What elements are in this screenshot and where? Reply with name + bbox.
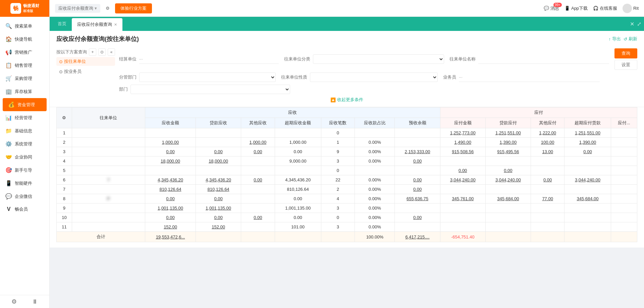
partner-nature-select[interactable] xyxy=(310,73,438,82)
search-label: 按以下方案查询 xyxy=(56,49,87,55)
dept2-select[interactable] xyxy=(130,85,290,94)
col-advance-balance: 预收余额 xyxy=(395,118,440,128)
settings-button[interactable]: 设置 xyxy=(614,60,637,70)
sidebar-item-label: 智能硬件 xyxy=(15,180,32,186)
export-icon: ↑ xyxy=(609,37,611,42)
header-actions: 💬 消息 99+ 📱 App下载 🎧 在线客服 Rit xyxy=(544,4,639,13)
table-row: 21,000.001,000.001,000.0010.00%1,490.001… xyxy=(57,138,637,147)
sidebar-item-label: 企业协同 xyxy=(15,154,32,160)
table-row: 101,252,773.001,251,551.001,222.001,251,… xyxy=(57,128,637,138)
tab-home-label: 首页 xyxy=(58,21,66,27)
export-label: 导出 xyxy=(612,36,621,42)
cta-button[interactable]: 体验行业方案 xyxy=(115,3,152,13)
tab-expand-button[interactable]: ⤢ xyxy=(637,21,641,27)
sidebar-item-enterprise[interactable]: 🤝 企业协同 xyxy=(0,150,49,164)
sidebar-item-marketing[interactable]: 📢 营销推广 xyxy=(0,46,49,59)
partner-nature-label: 往来单位性质 xyxy=(281,74,307,80)
tab-home[interactable]: 首页 xyxy=(52,17,72,31)
sidebar-item-warehouse[interactable]: 🏢 库存核算 xyxy=(0,85,49,98)
app-download-button[interactable]: 📱 App下载 xyxy=(565,5,588,11)
sidebar-bottom: ⚙ ⏸ xyxy=(0,295,49,308)
smart-hw-icon: 📱 xyxy=(5,180,12,186)
sidebar-item-basic-info[interactable]: 📁 基础信息 xyxy=(0,124,49,137)
table-row: 11152.00152.00101.0030.00% xyxy=(57,222,637,232)
sidebar-item-smart-hw[interactable]: 📱 智能硬件 xyxy=(0,177,49,190)
online-service-button[interactable]: 🎧 在线客服 xyxy=(593,5,617,11)
sidebar-item-beginner[interactable]: 🎯 新手引导 xyxy=(0,164,49,177)
settings-icon[interactable]: ⚙ xyxy=(11,298,17,305)
col-credit-payable: 贷款应付 xyxy=(485,118,531,128)
col-other-receivable: 其他应收 xyxy=(241,118,275,128)
dept-select[interactable] xyxy=(139,73,276,82)
quick-nav-icon: 🏠 xyxy=(5,36,12,42)
scheme-collapse-button[interactable]: « xyxy=(108,48,115,56)
enterprise-icon: 🤝 xyxy=(5,154,12,160)
tab-close-icon[interactable]: ✕ xyxy=(114,23,117,27)
tab-bar-actions: ✕ ⤢ xyxy=(630,21,641,27)
sidebar-item-label: 企业微信 xyxy=(15,193,32,200)
breadcrumb-text: 应收应付余额查询 xyxy=(58,5,93,11)
total-payable: -654,751.40 xyxy=(440,232,485,242)
table-row: 674,345,436.204,345,436.200.004,345,436.… xyxy=(57,175,637,185)
scheme-settings-button[interactable]: ⊙ xyxy=(98,48,106,56)
online-service-icon: 🎧 xyxy=(593,6,598,11)
tab-receivable[interactable]: 应收应付余额查询 ✕ xyxy=(72,18,122,31)
search-panel: 按以下方案查询 + ⊙ « ⊙ 按往来单位 ⊙ 按业务员 xyxy=(50,46,644,107)
total-label: 合计 xyxy=(57,232,145,242)
add-scheme-button[interactable]: + xyxy=(89,48,96,56)
sidebar-item-sales[interactable]: 📋 销售管理 xyxy=(0,59,49,72)
messages-button[interactable]: 💬 消息 99+ xyxy=(544,5,559,11)
export-button[interactable]: ↑ 导出 xyxy=(609,36,621,42)
sidebar-item-quick-nav[interactable]: 🏠 快捷导航 xyxy=(0,33,49,46)
header-gear-button[interactable]: ⚙ xyxy=(103,4,112,13)
col-payable-more: 应付... xyxy=(611,118,637,128)
enterprise-wx-icon: 💬 xyxy=(5,193,12,200)
sidebar-item-vip[interactable]: V 畅会员 xyxy=(0,203,49,216)
search-menu-icon: 🔍 xyxy=(5,23,12,29)
query-button[interactable]: 查询 xyxy=(614,48,637,58)
table-settings-icon: ⚙ xyxy=(62,115,66,120)
col-credit-receivable: 贷款应收 xyxy=(196,118,241,128)
refresh-button[interactable]: ↺ 刷新 xyxy=(624,36,637,42)
total-receivable[interactable]: 19,553,472,6... xyxy=(145,232,196,242)
message-icon: 💬 xyxy=(544,6,549,11)
sidebar-item-operations[interactable]: 📊 经营管理 xyxy=(0,111,49,124)
col-receivable-ratio: 应收款占比 xyxy=(355,118,395,128)
sidebar-item-system[interactable]: ⚙️ 系统管理 xyxy=(0,137,49,150)
sidebar-item-search-menu[interactable]: 🔍 搜索菜单 xyxy=(0,19,49,33)
finance-icon: 💰 xyxy=(8,101,15,108)
app-download-label: App下载 xyxy=(571,5,588,11)
sidebar-item-purchase[interactable]: 🛒 采购管理 xyxy=(0,72,49,85)
sidebar-item-finance[interactable]: 💰 资金管理 xyxy=(3,98,47,111)
settlement-unit-dots: ··· xyxy=(139,56,143,61)
app-download-icon: 📱 xyxy=(565,6,570,11)
scheme-partner-button[interactable]: ⊙ 按往来单位 xyxy=(56,57,115,66)
col-receivable-amount: 应收金额 xyxy=(145,118,196,128)
system-icon: ⚙️ xyxy=(5,141,12,147)
sidebar-item-label: 搜索菜单 xyxy=(15,23,32,29)
col-receivable-group-header: 应收 xyxy=(145,107,440,118)
scheme-salesperson-button[interactable]: ⊙ 按业务员 xyxy=(56,67,115,76)
online-service-label: 在线客服 xyxy=(600,5,617,11)
collapse-button[interactable]: 🔼 收起更多条件 xyxy=(330,97,363,103)
page-title: 应收应付余额查询(按往来单位) xyxy=(56,35,139,43)
settlement-unit-label: 结算单位 xyxy=(119,56,137,62)
collapse-row: 🔼 收起更多条件 xyxy=(56,95,637,105)
total-advance[interactable]: 6,417,215.... xyxy=(395,232,440,242)
partner-category-select[interactable] xyxy=(313,54,444,64)
col-payable-group-header: 应付 xyxy=(440,107,637,118)
page-actions: ↑ 导出 ↺ 刷新 xyxy=(609,36,638,42)
refresh-icon: ↺ xyxy=(624,37,627,42)
salesperson-label: 业务员 xyxy=(443,74,456,80)
sidebar-item-enterprise-wx[interactable]: 💬 企业微信 xyxy=(0,190,49,203)
collapse-sidebar-icon[interactable]: ⏸ xyxy=(32,298,38,305)
table-row: 91,001,135.001,001,135.001,001,135.0030.… xyxy=(57,204,637,213)
col-settings[interactable]: ⚙ xyxy=(57,107,72,128)
tab-close-all-button[interactable]: ✕ xyxy=(630,21,634,27)
partner-name-input[interactable] xyxy=(478,54,609,64)
sidebar-logo: 畅 畅捷通财 标准版 xyxy=(0,0,49,17)
sidebar-item-label: 基础信息 xyxy=(15,128,32,134)
data-table: ⚙ 往来单位 应收 应付 xyxy=(56,107,637,242)
user-profile-button[interactable]: Rit xyxy=(623,4,639,13)
sidebar-item-label: 库存核算 xyxy=(15,89,32,95)
